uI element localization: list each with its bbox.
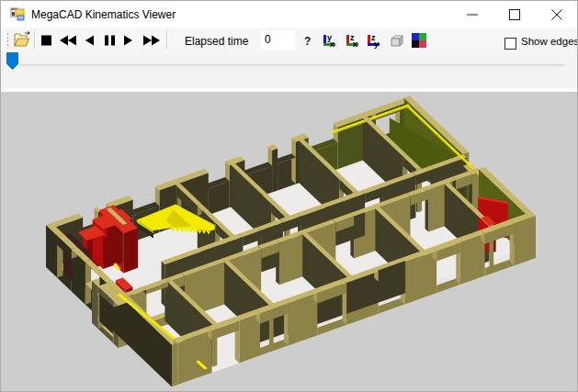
svg-text:x: x (353, 39, 357, 49)
svg-text:y: y (374, 39, 379, 49)
svg-text:x: x (330, 39, 334, 49)
